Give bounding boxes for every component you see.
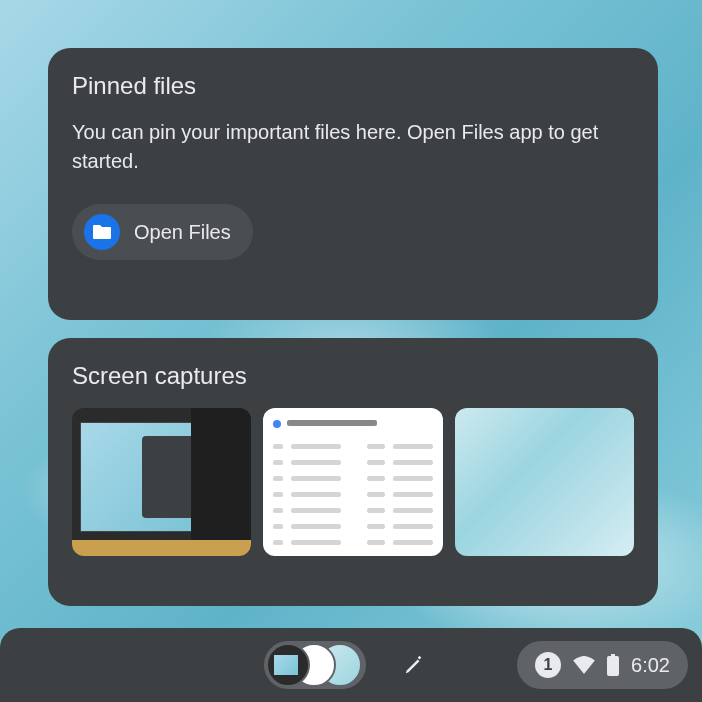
status-tray[interactable]: 1 6:02 <box>517 641 688 689</box>
stylus-tools-button[interactable] <box>390 641 438 689</box>
screen-captures-panel: Screen captures <box>48 338 658 606</box>
folder-icon <box>84 214 120 250</box>
thumbnail-row <box>72 408 634 556</box>
open-files-label: Open Files <box>134 221 231 244</box>
holding-space-tray[interactable] <box>264 641 366 689</box>
shelf: 1 6:02 <box>0 628 702 702</box>
screen-captures-title: Screen captures <box>72 362 634 390</box>
wifi-icon <box>573 656 595 674</box>
notification-badge: 1 <box>535 652 561 678</box>
capture-thumbnail-2[interactable] <box>263 408 443 556</box>
capture-thumbnail-1[interactable] <box>72 408 251 556</box>
open-files-button[interactable]: Open Files <box>72 204 253 260</box>
pinned-files-panel: Pinned files You can pin your important … <box>48 48 658 320</box>
battery-icon <box>607 654 619 676</box>
capture-thumbnail-3[interactable] <box>455 408 634 556</box>
pen-icon <box>403 654 425 676</box>
svg-rect-1 <box>611 654 615 657</box>
pinned-files-description: You can pin your important files here. O… <box>72 118 634 176</box>
svg-rect-0 <box>607 656 619 676</box>
pinned-files-title: Pinned files <box>72 72 634 100</box>
clock: 6:02 <box>631 654 670 677</box>
